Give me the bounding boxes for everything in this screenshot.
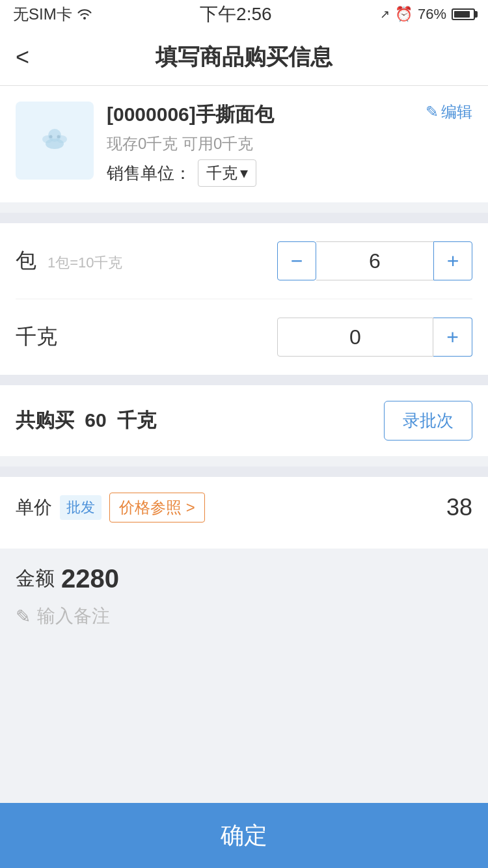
confirm-button[interactable]: 确定: [0, 803, 488, 868]
product-card: [0000006]手撕面包 现存0千克 可用0千克 销售单位： 千克 ▾ ✎ 编…: [0, 86, 488, 202]
edit-icon: ✎: [426, 103, 439, 121]
note-placeholder: 输入备注: [37, 604, 110, 629]
svg-point-4: [49, 135, 53, 139]
bao-hint: 1包=10千克: [47, 254, 123, 271]
alarm-icon: ⏰: [395, 6, 413, 23]
product-info: [0000006]手撕面包 现存0千克 可用0千克 销售单位： 千克 ▾: [107, 102, 472, 187]
status-left: 无SIM卡: [13, 4, 92, 25]
unit-label: 销售单位：: [107, 162, 191, 185]
page-title: 填写商品购买信息: [156, 42, 332, 72]
pencil-icon: ✎: [16, 606, 31, 627]
product-thumbnail: [16, 102, 94, 180]
svg-point-5: [57, 135, 61, 139]
product-name: [0000006]手撕面包: [107, 102, 472, 128]
status-time: 下午2:56: [200, 2, 272, 27]
unit-select[interactable]: 千克 ▾: [198, 159, 256, 187]
wifi-icon: [77, 5, 92, 23]
bao-section: 包 1包=10千克 − + 千克 +: [0, 223, 488, 375]
carrier-label: 无SIM卡: [13, 4, 72, 25]
divider-2: [0, 375, 488, 385]
price-label: 单价: [16, 495, 52, 520]
batch-button[interactable]: 录批次: [384, 401, 472, 441]
price-row: 单价 批发 价格参照 > 38: [16, 493, 472, 522]
edit-button[interactable]: ✎ 编辑: [426, 102, 472, 122]
bao-quantity-input[interactable]: [316, 241, 433, 280]
amount-label: 金额: [16, 565, 55, 592]
status-bar: 无SIM卡 下午2:56 ↗ ⏰ 76%: [0, 0, 488, 29]
amount-row: 金额 2280: [16, 564, 472, 593]
kg-quantity-input[interactable]: [277, 318, 433, 357]
price-section: 单价 批发 价格参照 > 38: [0, 477, 488, 549]
amount-section: 金额 2280 ✎ 输入备注: [0, 549, 488, 644]
product-stock: 现存0千克 可用0千克: [107, 133, 472, 154]
amount-value: 2280: [61, 564, 119, 593]
price-ref-button[interactable]: 价格参照 >: [109, 493, 205, 522]
location-icon: ↗: [380, 7, 390, 21]
battery-percent: 76%: [418, 6, 446, 23]
battery-icon: [452, 8, 475, 20]
chevron-down-icon: ▾: [240, 164, 248, 182]
price-value: 38: [446, 494, 472, 521]
unit-value: 千克: [206, 163, 237, 183]
note-row[interactable]: ✎ 输入备注: [16, 604, 472, 629]
summary-text: 共购买 60 千克: [16, 407, 156, 434]
product-unit-row: 销售单位： 千克 ▾: [107, 159, 472, 187]
kg-plus-button[interactable]: +: [433, 318, 472, 357]
divider-1: [0, 213, 488, 223]
kg-label: 千克: [16, 323, 277, 351]
bao-plus-button[interactable]: +: [433, 241, 472, 280]
bao-row: 包 1包=10千克 − +: [16, 223, 472, 299]
price-badge: 批发: [60, 495, 102, 520]
svg-point-3: [46, 139, 64, 149]
bao-minus-button[interactable]: −: [277, 241, 316, 280]
bao-label: 包 1包=10千克: [16, 247, 277, 275]
summary-amount: 60: [85, 409, 106, 431]
bao-qty-control: − +: [277, 241, 472, 280]
summary-section: 共购买 60 千克 录批次: [0, 385, 488, 456]
nav-bar: < 填写商品购买信息: [0, 29, 488, 86]
back-button[interactable]: <: [16, 44, 29, 71]
kg-qty-control: +: [277, 318, 472, 357]
divider-3: [0, 467, 488, 477]
status-right: ↗ ⏰ 76%: [380, 6, 475, 23]
kg-row: 千克 +: [16, 299, 472, 375]
